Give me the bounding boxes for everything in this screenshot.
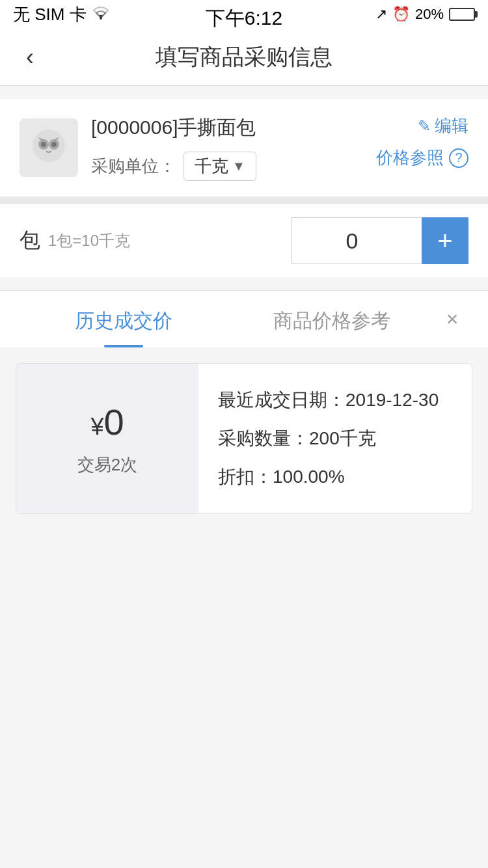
quantity-label: 包 1包=10千克 [20,226,130,255]
tab-price-ref-label: 商品价格参考 [273,310,390,331]
back-icon: ‹ [26,44,34,70]
discount-value: 100.00% [273,467,345,487]
status-time: 下午6:12 [206,5,282,32]
discount-row: 折扣：100.00% [218,464,452,489]
nav-bar: ‹ 填写商品采购信息 [0,29,488,86]
product-name: [0000006]手撕面包 [91,115,256,141]
unit-select-dropdown[interactable]: 千克 ▼ [183,152,256,181]
section-divider [0,197,488,204]
carrier-text: 无 SIM 卡 [13,3,87,26]
history-detail-right: 最近成交日期：2019-12-30 采购数量：200千克 折扣：100.00% [198,364,472,513]
purchase-qty-row: 采购数量：200千克 [218,426,452,451]
close-icon: × [446,307,459,331]
product-info: [0000006]手撕面包 采购单位： 千克 ▼ [91,115,256,181]
edit-button[interactable]: ✎ 编辑 [418,115,468,137]
svg-point-1 [33,129,65,162]
currency-symbol: ¥ [90,413,103,440]
quantity-row: 包 1包=10千克 + [0,204,488,277]
battery-percent: 20% [415,6,444,23]
product-unit-row: 采购单位： 千克 ▼ [91,152,256,181]
page-title: 填写商品采购信息 [156,42,332,72]
plus-icon: + [437,226,452,256]
svg-point-5 [51,142,57,147]
tabs-container: 历史成交价 商品价格参考 × [0,290,488,347]
price-ref-button[interactable]: 价格参照 ? [376,146,468,169]
edit-icon: ✎ [418,117,431,135]
price-ref-right: ✎ 编辑 价格参照 ? [376,115,468,169]
purchase-qty-label: 采购数量： [218,428,309,448]
product-card: [0000006]手撕面包 采购单位： 千克 ▼ ✎ 编辑 价格参照 ? [0,99,488,197]
status-bar: 无 SIM 卡 下午6:12 ↗ ⏰ 20% [0,0,488,29]
recent-date-value: 2019-12-30 [346,390,439,410]
tab-history-price[interactable]: 历史成交价 [20,291,228,347]
wifi-icon [92,5,110,25]
purchase-qty-value: 200千克 [309,428,376,448]
alarm-icon: ⏰ [392,6,410,23]
tab-history-label: 历史成交价 [75,310,172,331]
trade-count: 交易2次 [77,454,137,476]
product-thumbnail-icon [29,126,68,170]
product-left: [0000006]手撕面包 采购单位： 千克 ▼ [20,115,256,181]
bottom-space [0,514,488,868]
recent-date-row: 最近成交日期：2019-12-30 [218,387,452,413]
history-price-value: ¥0 [90,401,124,443]
status-left: 无 SIM 卡 [13,3,110,26]
edit-label: 编辑 [435,115,468,137]
history-price-card: ¥0 交易2次 最近成交日期：2019-12-30 采购数量：200千克 折扣：… [16,363,472,514]
quantity-unit: 包 [20,226,40,255]
info-circle-icon: ? [449,148,468,168]
unit-value: 千克 [195,155,228,178]
svg-point-0 [100,17,102,20]
quantity-plus-button[interactable]: + [422,217,468,264]
dropdown-arrow-icon: ▼ [232,159,245,174]
location-icon: ↗ [375,6,387,23]
history-price-left: ¥0 交易2次 [16,364,198,513]
close-tab-button[interactable]: × [436,303,468,336]
quantity-input[interactable] [291,217,422,264]
price-ref-label: 价格参照 [376,146,444,169]
unit-label: 采购单位： [91,155,176,178]
quantity-control: + [291,217,468,264]
product-image [20,118,78,177]
back-button[interactable]: ‹ [20,37,40,77]
svg-point-4 [41,142,46,147]
quantity-conversion: 1包=10千克 [48,230,130,251]
product-header: [0000006]手撕面包 采购单位： 千克 ▼ ✎ 编辑 价格参照 ? [20,115,468,181]
tab-product-price-ref[interactable]: 商品价格参考 [228,291,436,347]
recent-date-label: 最近成交日期： [218,390,346,410]
status-right: ↗ ⏰ 20% [375,6,475,23]
discount-label: 折扣： [218,467,273,487]
battery-icon [449,8,475,21]
